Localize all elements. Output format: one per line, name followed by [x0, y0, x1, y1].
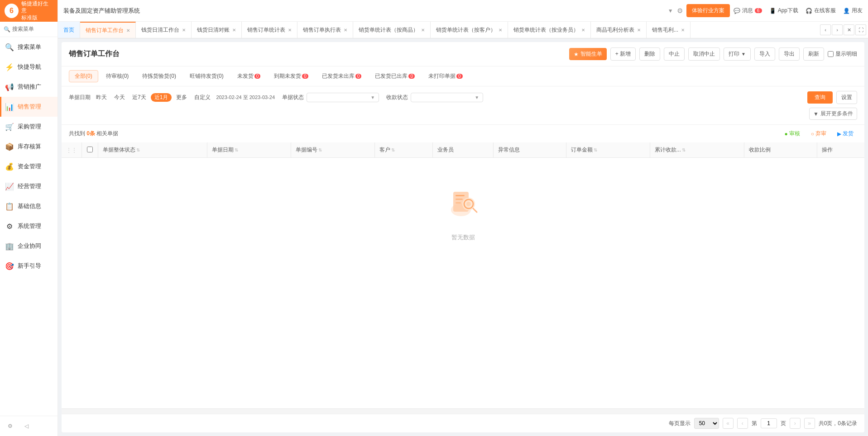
tab-sales_stat[interactable]: 销售订单统计表✕ — [242, 22, 297, 38]
page-size-select[interactable]: 2050100200 — [694, 418, 719, 429]
th-sort-customer[interactable]: 客户⇅ — [379, 146, 428, 154]
smart-create-btn[interactable]: ★ 智能生单 — [569, 48, 607, 60]
filter-tab-not_printed[interactable]: 未打印单据0 — [422, 70, 469, 82]
next-page-btn[interactable]: › — [790, 418, 801, 429]
last-page-btn[interactable]: » — [804, 418, 815, 429]
tab-scroll-left-btn[interactable]: ‹ — [820, 24, 831, 35]
tab-close-sales_more[interactable]: ✕ — [681, 28, 685, 33]
sidebar-item-purchase[interactable]: 🛒采购管理 — [0, 117, 58, 137]
horizontal-scrollbar[interactable] — [62, 408, 864, 414]
date-btn-近7天[interactable]: 近7天 — [129, 93, 149, 102]
sidebar-item-search[interactable]: 🔍搜索菜单 — [0, 37, 58, 57]
online-service-btn[interactable]: 🎧 在线客服 — [806, 7, 836, 14]
audit-btn[interactable]: ● 审核 — [781, 128, 804, 139]
show-details-checkbox[interactable] — [828, 51, 834, 57]
sidebar-item-system[interactable]: ⚙系统管理 — [0, 216, 58, 236]
tab-close-sales_exec[interactable]: ✕ — [344, 28, 347, 33]
filter-tab-pending_review[interactable]: 待审核(0) — [100, 70, 135, 82]
select-all-checkbox[interactable] — [87, 147, 93, 152]
date-btn-昨天[interactable]: 昨天 — [93, 93, 110, 102]
cancel-stop-btn[interactable]: 取消中止 — [688, 47, 720, 61]
stop-btn[interactable]: 中止 — [664, 47, 685, 61]
prev-page-btn[interactable]: ‹ — [737, 418, 748, 429]
col-header-amount[interactable]: 订单金额⇅ — [566, 142, 650, 158]
tab-sales_workbench[interactable]: 销售订单工作台✕ — [80, 22, 136, 38]
settings-query-btn[interactable]: 设置 — [836, 91, 857, 104]
filter-tab-all[interactable]: 全部(0) — [69, 70, 98, 82]
filter-tab-shipped_not_out[interactable]: 已发货未出库0 — [316, 70, 368, 82]
import-btn[interactable]: 导入 — [754, 47, 775, 61]
deliver-btn[interactable]: ▶ 发货 — [834, 128, 857, 139]
date-btn-近1月[interactable]: 近1月 — [151, 93, 172, 102]
sidebar-item-sales[interactable]: 📊销售管理 — [0, 97, 58, 117]
add-btn[interactable]: + 新增 — [610, 47, 636, 61]
date-btn-今天[interactable]: 今天 — [111, 93, 128, 102]
tab-close-cash_reconcile[interactable]: ✕ — [232, 28, 236, 33]
col-header-collected[interactable]: 累计收款...⇅ — [650, 142, 744, 158]
refresh-btn[interactable]: 刷新 — [803, 47, 824, 61]
sidebar-item-quick[interactable]: ⚡快捷导航 — [0, 57, 58, 77]
tab-product_margin[interactable]: 商品毛利分析表✕ — [591, 22, 647, 38]
tab-cash_reconcile[interactable]: 钱货日清对账✕ — [192, 22, 242, 38]
tab-close-sales_workbench[interactable]: ✕ — [126, 28, 130, 33]
tab-sales_customer_stat[interactable]: 销货单统计表（按客户）✕ — [431, 22, 508, 38]
tab-close-product_margin[interactable]: ✕ — [637, 28, 641, 33]
tab-cash_daily[interactable]: 钱货日清工作台✕ — [136, 22, 192, 38]
table-container[interactable]: ⋮⋮单据整体状态⇅单据日期⇅单据编号⇅客户⇅业务员异常信息订单金额⇅累计收款..… — [62, 142, 864, 408]
tab-close-sales_customer_stat[interactable]: ✕ — [499, 28, 502, 33]
sidebar-item-finance[interactable]: 💰资金管理 — [0, 156, 58, 176]
tab-home[interactable]: 首页 — [58, 22, 80, 38]
collapse-btn[interactable]: ◁ — [20, 420, 33, 432]
col-header-customer[interactable]: 客户⇅ — [374, 142, 433, 158]
industry-btn[interactable]: 体验行业方案 — [686, 4, 730, 17]
show-details-checkbox-label[interactable]: 显示明细 — [828, 50, 857, 58]
date-btn-自定义[interactable]: 自定义 — [192, 93, 213, 102]
first-page-btn[interactable]: « — [723, 418, 734, 429]
app-download-btn[interactable]: 📱 App下载 — [769, 7, 798, 14]
tab-sales_product_stat[interactable]: 销货单统计表（按商品）✕ — [353, 22, 431, 38]
sidebar-search-item[interactable]: 🔍 搜索菜单 — [0, 22, 58, 37]
tab-close-all-btn[interactable]: ✕ — [844, 24, 854, 35]
tab-close-cash_daily[interactable]: ✕ — [182, 28, 186, 33]
tab-fullscreen-btn[interactable]: ⛶ — [855, 24, 866, 35]
th-sort-amount[interactable]: 订单金额⇅ — [571, 146, 645, 154]
filter-tab-shipped_out[interactable]: 已发货已出库0 — [369, 70, 421, 82]
settings-bottom-btn[interactable]: ⚙ — [4, 420, 16, 432]
tab-sales_exec[interactable]: 销售订单执行表✕ — [297, 22, 353, 38]
delete-btn[interactable]: 删除 — [639, 47, 660, 61]
th-sort-status[interactable]: 单据整体状态⇅ — [103, 146, 202, 154]
col-header-date[interactable]: 单据日期⇅ — [207, 142, 291, 158]
filter-tab-wangpu_pending[interactable]: 旺铺待发货(0) — [184, 70, 230, 82]
message-btn[interactable]: 💬 消息 6 — [734, 7, 762, 14]
page-number-input[interactable] — [761, 418, 777, 428]
date-btn-更多[interactable]: 更多 — [173, 93, 190, 102]
sidebar-item-basic[interactable]: 📋基础信息 — [0, 196, 58, 216]
col-header-number[interactable]: 单据编号⇅ — [291, 142, 374, 158]
status-select[interactable]: ▼ — [307, 93, 379, 102]
tab-close-sales_staff_stat[interactable]: ✕ — [581, 28, 585, 33]
query-btn[interactable]: 查询 — [807, 91, 833, 104]
filter-tab-pending_inspect[interactable]: 待拣货验货(0) — [136, 70, 182, 82]
filter-tab-overdue_not_shipped[interactable]: 到期未发货0 — [268, 70, 314, 82]
filter-tab-not_shipped[interactable]: 未发货0 — [231, 70, 267, 82]
expand-conditions-btn[interactable]: ▼ 展开更多条件 — [809, 108, 857, 120]
col-header-status[interactable]: 单据整体状态⇅ — [98, 142, 207, 158]
print-btn[interactable]: 打印 ▼ — [724, 47, 751, 61]
tab-sales_more[interactable]: 销售毛利...✕ — [647, 22, 691, 38]
th-sort-number[interactable]: 单据编号⇅ — [296, 146, 370, 154]
tab-close-sales_product_stat[interactable]: ✕ — [421, 28, 425, 33]
sidebar-item-guide[interactable]: 🎯新手引导 — [0, 256, 58, 276]
tab-sales_staff_stat[interactable]: 销货单统计表（按业务员）✕ — [508, 22, 591, 38]
dropdown-icon[interactable]: ▼ — [668, 8, 673, 14]
sidebar-item-operations[interactable]: 📈经营管理 — [0, 176, 58, 196]
tab-scroll-right-btn[interactable]: › — [832, 24, 843, 35]
export-btn[interactable]: 导出 — [779, 47, 800, 61]
tab-close-sales_stat[interactable]: ✕ — [288, 28, 292, 33]
unaudit-btn[interactable]: ○ 弃审 — [807, 128, 830, 139]
th-sort-collected[interactable]: 累计收款...⇅ — [655, 146, 739, 154]
user-btn[interactable]: 👤 用友 — [843, 7, 863, 14]
sidebar-item-inventory[interactable]: 📦库存核算 — [0, 137, 58, 156]
sidebar-item-enterprise[interactable]: 🏢企业协同 — [0, 236, 58, 256]
settings-icon[interactable]: ⚙ — [677, 7, 683, 15]
payment-select[interactable]: ▼ — [411, 93, 483, 102]
